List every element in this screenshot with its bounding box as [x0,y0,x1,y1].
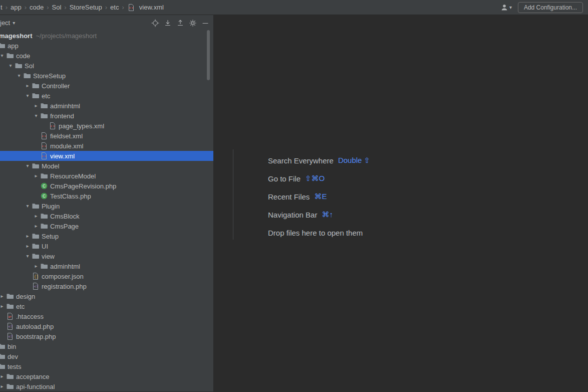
chevron-right-icon[interactable]: ▸ [32,261,40,271]
tree-item-label: StoreSetup [33,72,66,80]
tree-item-storesetup[interactable]: ▾StoreSetup [0,71,213,81]
chevron-right-icon[interactable]: ▸ [0,291,6,301]
chevron-right-icon[interactable]: ▸ [0,301,6,311]
chevron-right-icon[interactable]: ▸ [32,171,40,181]
ide-window: t›app›code›Sol›StoreSetup›etc›view.xml ▾… [0,0,588,392]
tree-item-composer-json[interactable]: {}composer.json [0,271,213,281]
tree-item-ui[interactable]: ▸UI [0,241,213,251]
tree-item-controller[interactable]: ▸Controller [0,81,213,91]
tree-item-setup[interactable]: ▸Setup [0,231,213,241]
chevron-right-icon[interactable]: ▸ [24,241,32,251]
folder-icon [32,202,40,210]
tree-item-etc[interactable]: ▾etc [0,91,213,101]
collapse-all-icon[interactable] [176,19,184,27]
breadcrumb-item-code[interactable]: code [29,4,44,11]
chevron-right-icon[interactable]: ▸ [32,211,40,221]
xml-file-icon [40,132,48,140]
tree-item-label: frontend [50,112,74,120]
tree-item-label: TestClass.php [50,192,91,200]
tool-window-toolbar [151,19,209,27]
tree-item-tests[interactable]: ▾tests [0,361,213,371]
chevron-down-icon[interactable]: ▾ [32,111,40,121]
tree-item-label: view.xml [50,152,75,160]
breadcrumb-item-etc[interactable]: etc [110,4,119,11]
scrollbar[interactable] [207,30,210,80]
tree-item-plugin[interactable]: ▾Plugin [0,201,213,211]
chevron-right-icon[interactable]: ▸ [24,81,32,91]
folder-icon [32,252,40,260]
tree-item-bin[interactable]: ▸bin [0,341,213,351]
tree-item-htaccess[interactable]: .htaccess [0,311,213,321]
tree-item-label: composer.json [42,273,84,280]
chevron-down-icon[interactable]: ▾ [24,201,32,211]
tree-item-page-types-xml[interactable]: page_types.xml [0,121,213,131]
tree-item-view[interactable]: ▾view [0,251,213,261]
folder-icon [0,362,6,370]
folder-icon [40,102,48,110]
tree-item-label: acceptance [16,373,50,380]
tree-item-frontend[interactable]: ▾frontend [0,111,213,121]
tree-item-module-xml[interactable]: module.xml [0,141,213,151]
tree-item-sol[interactable]: ▾Sol [0,61,213,71]
breadcrumb-item-sol[interactable]: Sol [52,4,62,11]
tree-item-dev[interactable]: ▸dev [0,351,213,361]
hide-panel-icon[interactable] [201,19,209,27]
tree-item-bootstrap-php[interactable]: <?bootstrap.php [0,331,213,341]
folder-icon [15,62,23,70]
user-menu[interactable]: ▾ [500,4,512,12]
tree-item-code[interactable]: ▾code [0,51,213,61]
add-configuration-button[interactable]: Add Configuration... [518,2,583,13]
tree-item-label: app [8,42,19,50]
svg-text:<?: <? [34,284,39,289]
folder-icon [23,72,31,80]
tree-item-cmsblock[interactable]: ▸CmsBlock [0,211,213,221]
tree-item-acceptance[interactable]: ▸acceptance [0,371,213,381]
chevron-right-icon[interactable]: ▸ [0,381,6,391]
hint-label: Go to File [268,174,301,183]
breadcrumb-item-file[interactable]: view.xml [127,4,164,12]
tree-item-fieldset-xml[interactable]: fieldset.xml [0,131,213,141]
tree-item-autoload-php[interactable]: <?autoload.php [0,321,213,331]
tree-item-resourcemodel[interactable]: ▸ResourceModel [0,171,213,181]
tree-item-label: CmsPage [50,223,79,230]
chevron-down-icon[interactable]: ▾ [15,71,23,81]
editor-hint-line: Search EverywhereDouble ⇧ [268,151,370,169]
hint-label: Search Everywhere [268,156,334,165]
tree-item-label: UI [42,243,48,250]
tree-item-design[interactable]: ▸design [0,291,213,301]
breadcrumb-item-storesetup[interactable]: StoreSetup [69,4,103,11]
chevron-down-icon[interactable]: ▾ [24,91,32,101]
tree-item-cmspage[interactable]: ▸CmsPage [0,221,213,231]
settings-gear-icon[interactable] [189,19,197,27]
tree-item-adminhtml[interactable]: ▸adminhtml [0,101,213,111]
tree-item-mageshort[interactable]: ▾mageshort~/projects/mageshort [0,31,213,41]
tree-item-view-xml[interactable]: view.xml [0,151,213,161]
tree-item-testclass-php[interactable]: CTestClass.php [0,191,213,201]
chevron-right-icon[interactable]: ▸ [32,101,40,111]
chevron-right-icon[interactable]: ▸ [32,221,40,231]
tree-item-api-functional[interactable]: ▸api-functional [0,381,213,391]
tree-item-label: code [16,52,30,60]
tree-item-adminhtml[interactable]: ▸adminhtml [0,261,213,271]
folder-icon [32,162,40,170]
main-area: ject ▾ ▾mageshort~/projects/mageshort▾ap… [0,15,588,391]
tool-window-title[interactable]: ject ▾ [0,19,15,27]
chevron-down-icon: ▾ [13,20,15,26]
chevron-right-icon[interactable]: ▸ [0,371,6,381]
chevron-down-icon[interactable]: ▾ [24,161,32,171]
tree-item-etc[interactable]: ▸etc [0,301,213,311]
tree-item-app[interactable]: ▾app [0,41,213,51]
chevron-right-icon[interactable]: ▸ [24,231,32,241]
breadcrumb-item-app[interactable]: app [10,4,22,11]
tree-item-model[interactable]: ▾Model [0,161,213,171]
class-icon: C [40,182,48,190]
expand-all-icon[interactable] [164,19,172,27]
breadcrumb-item-t[interactable]: t [0,4,3,11]
tree-item-registration-php[interactable]: <?registration.php [0,281,213,291]
tree-item-cmspagerevision-php[interactable]: CCmsPageRevision.php [0,181,213,191]
chevron-down-icon[interactable]: ▾ [24,251,32,261]
chevron-down-icon[interactable]: ▾ [7,61,15,71]
tool-window-header: ject ▾ [0,15,213,31]
chevron-down-icon[interactable]: ▾ [0,51,6,61]
locate-file-icon[interactable] [151,19,159,27]
